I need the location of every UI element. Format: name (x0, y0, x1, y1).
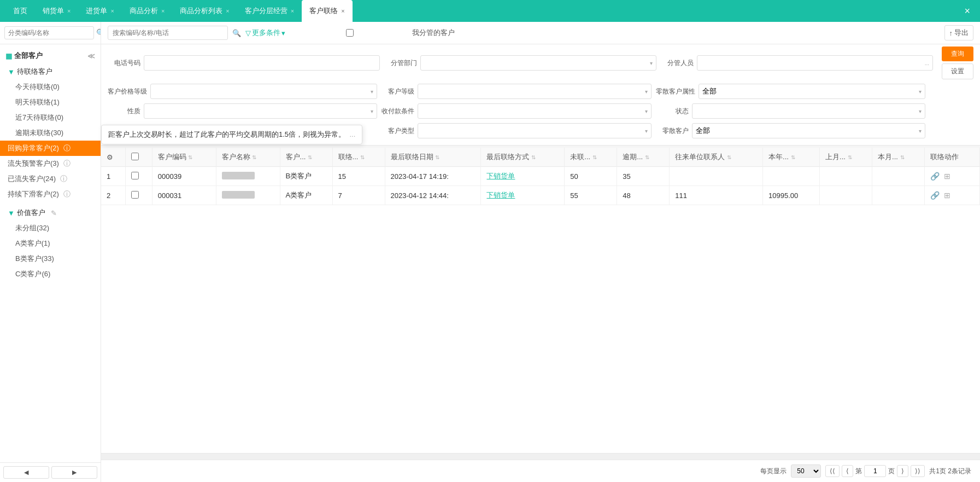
sidebar-overdue-contact[interactable]: 逾期未联络(30) (0, 125, 101, 141)
last-page-btn[interactable]: ⟩⟩ (911, 465, 925, 477)
nav-analysis-close[interactable]: × (161, 8, 165, 14)
sidebar-today-pending[interactable]: 今天待联络(0) (0, 79, 101, 95)
filter-icon: ▽ (245, 29, 251, 37)
export-button[interactable]: ↑ 导出 (944, 25, 974, 40)
row1-type: B类客户 (280, 167, 332, 186)
sidebar-churn-warning[interactable]: 流失预警客户(3) ⓘ (0, 156, 101, 171)
person-select[interactable]: ... (697, 55, 933, 71)
row2-index: 2 (101, 186, 126, 205)
col-settings[interactable]: ⚙ (101, 148, 126, 167)
sidebar-search-input[interactable] (4, 26, 94, 39)
more-conditions-btn[interactable]: ▽ 更多条件 ▾ (245, 28, 285, 38)
customer-type-select[interactable]: ▾ (418, 123, 651, 138)
sidebar-abnormal-repurchase[interactable]: 回购异常客户(2) ⓘ (0, 141, 101, 156)
phone-input[interactable] (144, 55, 380, 71)
col-name[interactable]: 客户名称 ⇅ (216, 148, 280, 167)
query-button[interactable]: 查询 (942, 47, 973, 61)
sidebar-search-icon[interactable]: 🔍 (96, 28, 101, 37)
my-customers-checkbox-label[interactable]: 我分管的客户 (290, 28, 455, 38)
sidebar-tomorrow-pending[interactable]: 明天待联络(1) (0, 95, 101, 110)
col-this-month[interactable]: 本月... ⇅ (872, 148, 925, 167)
row1-checkbox[interactable] (126, 167, 152, 186)
tooltip-more[interactable]: ... (349, 130, 355, 138)
nav-customer-contact-close[interactable]: × (341, 8, 344, 14)
row1-uncontacted: 50 (565, 167, 617, 186)
nav-home[interactable]: 首页 (5, 0, 35, 22)
col-this-month-label: 本月... (878, 153, 898, 161)
sidebar-b-class[interactable]: B类客户(33) (0, 251, 101, 266)
col-type[interactable]: 客户... ⇅ (280, 148, 332, 167)
sidebar-week-pending[interactable]: 近7天待联络(0) (0, 110, 101, 125)
nav-customer-contact[interactable]: 客户联络 × (302, 0, 352, 22)
horizontal-scrollbar[interactable] (101, 453, 980, 460)
sidebar-churned[interactable]: 已流失客户(24) ⓘ (0, 171, 101, 187)
nav-analysis-list[interactable]: 商品分析列表 × (172, 0, 237, 22)
col-overdue[interactable]: 逾期... ⇅ (617, 148, 670, 167)
nature-label: 性质 (108, 107, 140, 116)
col-last-method[interactable]: 最后联络方式 ⇅ (481, 148, 565, 167)
sidebar-pending-header[interactable]: ▼ 待联络客户 (0, 64, 101, 79)
col-contact-person[interactable]: 往来单位联系人 ⇅ (670, 148, 763, 167)
sidebar-scroll-left[interactable]: ◀ (3, 466, 49, 479)
search-icon[interactable]: 🔍 (232, 29, 241, 37)
price-level-select[interactable]: ▾ (150, 84, 377, 99)
value-edit-icon[interactable]: ✎ (51, 209, 57, 217)
col-last-month[interactable]: 上月... ⇅ (820, 148, 872, 167)
col-last-date[interactable]: 最后联络日期 ⇅ (385, 148, 481, 167)
row2-link-icon[interactable]: 🔗 (930, 191, 940, 200)
sidebar-all-customers[interactable]: ▦ 全部客户 ≪ (0, 48, 101, 64)
row2-select[interactable] (131, 191, 139, 199)
status-select[interactable]: ▾ (692, 103, 925, 119)
next-page-btn[interactable]: ⟩ (897, 465, 908, 477)
nature-select[interactable]: ▾ (144, 103, 377, 119)
row2-grid-icon[interactable]: ⊞ (944, 191, 950, 200)
nav-customer-mgmt-close[interactable]: × (291, 8, 294, 14)
settings-button[interactable]: 设置 (942, 63, 973, 79)
select-all-checkbox[interactable] (131, 153, 139, 160)
sidebar-c-class[interactable]: C类客户(6) (0, 266, 101, 282)
total-records-label: 共1页 2条记录 (929, 467, 971, 476)
export-icon: ↑ (949, 29, 953, 37)
filter-row-3: 性质 ▾ 收付款条件 ▾ 状态 ▾ (108, 101, 973, 121)
first-page-btn[interactable]: ⟨⟨ (825, 465, 840, 477)
sidebar-collapse-icon[interactable]: ≪ (87, 52, 95, 60)
my-customers-checkbox[interactable] (290, 29, 410, 37)
col-uncontacted[interactable]: 未联... ⇅ (565, 148, 617, 167)
sidebar-ungrouped[interactable]: 未分组(32) (0, 220, 101, 236)
nav-analysis[interactable]: 商品分析 × (122, 0, 172, 22)
col-this-year[interactable]: 本年... ⇅ (763, 148, 820, 167)
nav-customer-mgmt[interactable]: 客户分层经营 × (237, 0, 302, 22)
nav-home-label: 首页 (13, 6, 27, 16)
prev-page-btn[interactable]: ⟨ (842, 465, 853, 477)
sort-uncontacted-icon: ⇅ (592, 154, 597, 160)
retail-customer-select[interactable]: 全部▾ (692, 123, 925, 138)
nav-analysis-list-close[interactable]: × (226, 8, 229, 14)
row2-last-method[interactable]: 下销货单 (481, 186, 565, 205)
page-size-select[interactable]: 50 20 100 200 (791, 464, 821, 478)
sidebar-declining[interactable]: 持续下滑客户(2) ⓘ (0, 187, 101, 202)
current-page-input[interactable] (864, 465, 886, 477)
sidebar-value-customers-header[interactable]: ▼ 价值客户 ✎ (0, 205, 101, 220)
sidebar-scroll-right[interactable]: ▶ (51, 466, 97, 479)
row1-grid-icon[interactable]: ⊞ (944, 172, 950, 181)
dept-select[interactable]: ▾ (420, 55, 656, 71)
col-checkbox-header[interactable] (126, 148, 152, 167)
col-contact-count[interactable]: 联络... ⇅ (332, 148, 385, 167)
row1-link-icon[interactable]: 🔗 (930, 172, 940, 181)
payment-select[interactable]: ▾ (418, 103, 651, 119)
window-close-button[interactable]: × (960, 5, 975, 17)
retail-attr-select[interactable]: 全部▾ (699, 84, 925, 99)
row2-checkbox[interactable] (126, 186, 152, 205)
nav-purchase[interactable]: 进货单 × (78, 0, 121, 22)
search-input[interactable] (108, 26, 228, 40)
sidebar-a-class[interactable]: A类客户(1) (0, 236, 101, 251)
row1-last-method[interactable]: 下销货单 (481, 167, 565, 186)
col-code[interactable]: 客户编码 ⇅ (152, 148, 216, 167)
row1-select[interactable] (131, 172, 139, 179)
sidebar-tree: ▦ 全部客户 ≪ ▼ 待联络客户 今天待联络(0) 明天待联络(1) 近7天待联… (0, 44, 101, 462)
row1-contact-person (670, 167, 763, 186)
nav-sales-close[interactable]: × (67, 8, 71, 14)
nav-purchase-close[interactable]: × (110, 8, 114, 14)
customer-level-select[interactable]: ▾ (418, 84, 651, 99)
nav-sales[interactable]: 销货单 × (35, 0, 78, 22)
